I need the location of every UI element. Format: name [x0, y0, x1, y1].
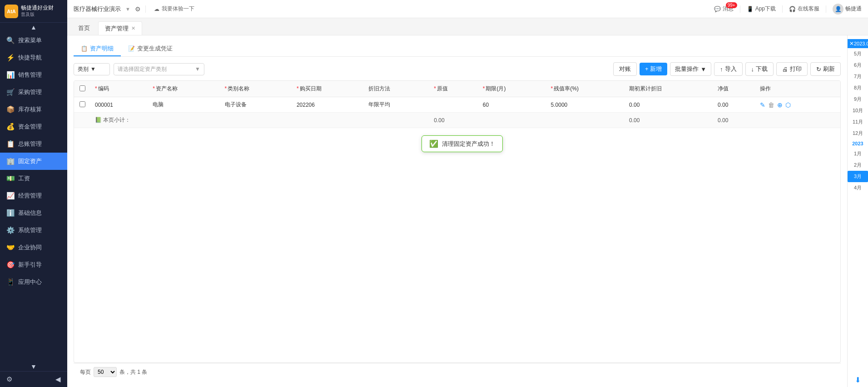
message-btn[interactable]: 💬 消息 99+: [714, 5, 734, 13]
category-dropdown[interactable]: 请选择固定资产类别 ▼: [114, 63, 204, 75]
sidebar-item-label: 快捷导航: [18, 54, 42, 62]
subtotal-book-icon: 📗: [95, 117, 102, 123]
pagination: 每页 10 20 50 100 条，共 1 条: [74, 363, 841, 381]
print-icon: 🖨: [782, 66, 788, 73]
right-panel-months: 5月 6月 7月 8月 9月 10月 11月 12月 2023 1月 2月 3月…: [848, 48, 868, 373]
new-button[interactable]: + 新增: [640, 63, 667, 75]
month-9[interactable]: 9月: [848, 94, 868, 105]
sidebar: AtA 畅捷通好业财 普及版 ▲ 🔍 搜索菜单 ⚡ 快捷导航 📊 销售管理 🛒 …: [0, 0, 67, 387]
content-main: 📋 资产明细 📝 变更生成凭证 类别 ▼ 请选择固定资产类别: [67, 35, 847, 387]
sidebar-item-sales[interactable]: 📊 销售管理: [0, 66, 67, 84]
user-area[interactable]: 👤 畅捷通: [833, 4, 862, 15]
print-button[interactable]: 🖨 打印: [776, 62, 808, 76]
delete-icon[interactable]: 🗑: [768, 101, 774, 109]
month-2[interactable]: 2月: [848, 159, 868, 171]
topbar-right: 💬 消息 99+ 📱 App下载 🎧 在线客服 👤 畅捷通: [714, 4, 862, 15]
sub-tab-asset-detail-label: 资产明细: [90, 45, 114, 53]
month-5[interactable]: 5月: [848, 48, 868, 60]
import-button[interactable]: ↑ 导入: [714, 62, 743, 76]
per-page-label: 每页: [80, 368, 91, 376]
sidebar-scroll-up[interactable]: ▲: [0, 23, 67, 32]
sidebar-item-search[interactable]: 🔍 搜索菜单: [0, 32, 67, 49]
sidebar-item-quick-nav[interactable]: ⚡ 快捷导航: [0, 49, 67, 66]
dropdown-arrow-icon[interactable]: ▼: [125, 6, 130, 12]
tab-close-icon[interactable]: ✕: [131, 25, 135, 31]
reconcile-button[interactable]: 对账: [613, 62, 637, 76]
sidebar-item-fixed-assets[interactable]: 🏢 固定资产: [0, 153, 67, 170]
enterprise-icon: 🤝: [6, 243, 15, 252]
col-purchase-date: *购买日期: [292, 81, 364, 97]
download-button[interactable]: ↓ 下载: [745, 62, 774, 76]
more-icon[interactable]: ⬡: [785, 101, 791, 109]
sidebar-item-inventory[interactable]: 📦 库存核算: [0, 101, 67, 118]
month-6[interactable]: 6月: [848, 60, 868, 71]
tab-asset-mgmt-label: 资产管理: [105, 25, 129, 33]
per-page-select[interactable]: 10 20 50 100: [94, 367, 117, 377]
month-4[interactable]: 4月: [848, 182, 868, 194]
cell-category: 电子设备: [220, 97, 292, 113]
month-11[interactable]: 11月: [848, 116, 868, 128]
month-10[interactable]: 10月: [848, 105, 868, 116]
download-icon: ↓: [751, 66, 754, 73]
category-filter[interactable]: 类别 ▼: [74, 63, 110, 75]
col-code: *编码: [90, 81, 148, 97]
sidebar-item-beginner[interactable]: 🎯 新手引导: [0, 256, 67, 273]
month-8[interactable]: 8月: [848, 82, 868, 94]
select-all-checkbox[interactable]: [79, 85, 85, 91]
col-period: *期限(月): [478, 81, 546, 97]
sidebar-item-ledger[interactable]: 📋 总账管理: [0, 135, 67, 153]
sidebar-item-label: 工资: [18, 174, 30, 183]
batch-ops-label: 批量操作: [675, 65, 699, 73]
experience-label: 我要体验一下: [162, 5, 194, 13]
row-checkbox-cell[interactable]: [74, 97, 90, 113]
sidebar-item-label: 经营管理: [18, 192, 42, 200]
sidebar-item-label: 新手引导: [18, 261, 42, 269]
sidebar-item-app-center[interactable]: 📱 应用中心: [0, 273, 67, 291]
toolbar-left: 类别 ▼ 请选择固定资产类别 ▼: [74, 63, 610, 75]
sub-tab-change-voucher[interactable]: 📝 变更生成凭证: [121, 42, 180, 56]
month-3-current[interactable]: 3月: [848, 171, 868, 182]
select-all-cell[interactable]: [74, 81, 90, 97]
sub-tab-asset-detail[interactable]: 📋 资产明细: [74, 42, 121, 56]
sidebar-item-basic-info[interactable]: ℹ️ 基础信息: [0, 204, 67, 222]
sidebar-logo: AtA 畅捷通好业财 普及版: [0, 0, 67, 23]
basic-info-icon: ℹ️: [6, 209, 15, 217]
company-name: 医疗器械行业演示: [74, 5, 121, 13]
app-download-btn[interactable]: 📱 App下载: [747, 5, 776, 13]
cell-purchase-date: 202206: [292, 97, 364, 113]
tab-home[interactable]: 首页: [72, 21, 96, 35]
batch-ops-button[interactable]: 批量操作 ▼: [670, 62, 711, 76]
refresh-button[interactable]: ↻ 刷新: [810, 62, 841, 76]
print-label: 打印: [790, 65, 802, 73]
tab-home-label: 首页: [78, 24, 90, 32]
sidebar-scroll-down[interactable]: ▼: [0, 362, 67, 371]
sidebar-item-payroll[interactable]: 💵 工资: [0, 170, 67, 187]
collapse-icon[interactable]: ◀: [55, 375, 61, 383]
copy-icon[interactable]: ⊕: [777, 101, 783, 109]
settings-icon[interactable]: ⚙: [6, 375, 12, 383]
month-12[interactable]: 12月: [848, 128, 868, 139]
right-panel: ✕ 2023.03 ⬡ 5月 6月 7月 8月 9月 10月 11月 12月 2…: [847, 35, 868, 387]
sidebar-item-purchase[interactable]: 🛒 采购管理: [0, 84, 67, 101]
tab-asset-mgmt[interactable]: 资产管理 ✕: [98, 21, 142, 35]
sidebar-item-system[interactable]: ⚙️ 系统管理: [0, 222, 67, 239]
sidebar-item-funds[interactable]: 💰 资金管理: [0, 118, 67, 135]
year-2023-label: 2023: [848, 139, 868, 148]
sidebar-item-enterprise[interactable]: 🤝 企业协同: [0, 239, 67, 256]
right-panel-close-icon[interactable]: ✕: [849, 40, 854, 47]
table-wrapper: *编码 *资产名称 *类别名称 *购买日期 折旧方法 *原值 *期限(月) *残…: [74, 80, 841, 363]
import-icon: ↑: [720, 66, 723, 73]
settings-gear-icon[interactable]: ⚙: [135, 5, 141, 13]
online-service-btn[interactable]: 🎧 在线客服: [789, 5, 819, 13]
edit-icon[interactable]: ✎: [760, 101, 765, 109]
sidebar-item-operations[interactable]: 📈 经营管理: [0, 187, 67, 204]
row-checkbox[interactable]: [79, 101, 85, 107]
quick-nav-icon: ⚡: [6, 54, 15, 62]
month-1[interactable]: 1月: [848, 148, 868, 159]
content: 📋 资产明细 📝 变更生成凭证 类别 ▼ 请选择固定资产类别: [67, 35, 868, 387]
month-7[interactable]: 7月: [848, 71, 868, 82]
avatar: 👤: [833, 4, 843, 15]
panel-arrow-down-icon[interactable]: ⬇: [855, 376, 861, 384]
right-panel-bottom: ⬇: [855, 373, 861, 387]
system-icon: ⚙️: [6, 226, 15, 234]
